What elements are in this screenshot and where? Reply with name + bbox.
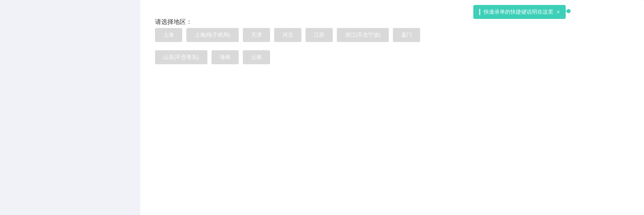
region-btn-hebei[interactable]: 河北 <box>274 28 301 42</box>
region-btn-hainan[interactable]: 海南 <box>212 50 239 64</box>
main-content: 请选择地区： 上海 上海(电子税局) 天津 河北 江苏 浙江(不含宁波) 厦门 … <box>140 0 644 215</box>
section-title: 请选择地区： <box>155 18 192 26</box>
connector-dot <box>566 9 571 13</box>
region-btn-tianjin[interactable]: 天津 <box>243 28 270 42</box>
region-buttons-row1: 上海 上海(电子税局) 天津 河北 江苏 浙江(不含宁波) 厦门 <box>155 28 420 42</box>
region-buttons-container: 上海 上海(电子税局) 天津 河北 江苏 浙江(不含宁波) 厦门 山东(不含青岛… <box>155 28 526 64</box>
tooltip-banner: 快速录单的快捷键说明在这里 × <box>473 5 566 19</box>
tooltip-bar <box>479 9 480 15</box>
region-btn-shandong[interactable]: 山东(不含青岛) <box>155 50 207 64</box>
region-btn-zhejiang[interactable]: 浙江(不含宁波) <box>337 28 389 42</box>
region-btn-shanghai[interactable]: 上海 <box>155 28 182 42</box>
region-buttons-row2: 山东(不含青岛) 海南 云南 <box>155 50 270 64</box>
region-btn-shanghai-etax[interactable]: 上海(电子税局) <box>186 28 239 42</box>
tooltip-text: 快速录单的快捷键说明在这里 <box>484 8 553 16</box>
region-btn-xiamen[interactable]: 厦门 <box>393 28 420 42</box>
region-btn-yunnan[interactable]: 云南 <box>243 50 270 64</box>
tooltip-close-icon[interactable]: × <box>557 9 560 15</box>
region-btn-jiangsu[interactable]: 江苏 <box>306 28 333 42</box>
left-sidebar <box>0 0 140 215</box>
